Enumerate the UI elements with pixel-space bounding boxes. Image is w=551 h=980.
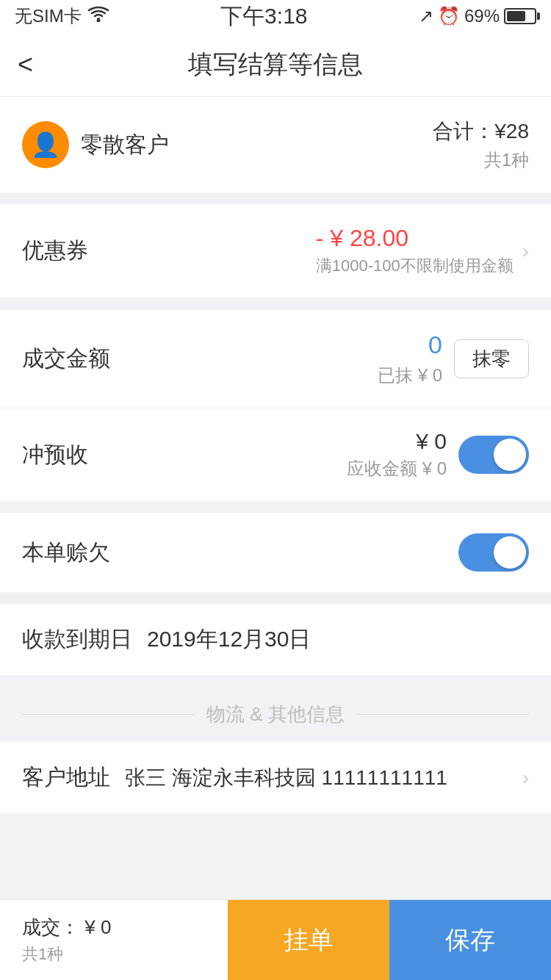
wifi-icon — [87, 6, 109, 26]
address-chevron-icon: › — [522, 766, 529, 790]
carrier-text: 无SIM卡 — [15, 4, 82, 28]
bottom-count: 共1种 — [22, 943, 206, 965]
status-time: 下午3:18 — [220, 1, 307, 32]
round-button[interactable]: 抹零 — [454, 339, 529, 378]
total-amount: 合计：¥28 — [433, 118, 529, 145]
status-bar: 无SIM卡 下午3:18 ↗ ⏰ 69% — [0, 0, 551, 32]
save-button[interactable]: 保存 — [389, 900, 551, 981]
bottom-bar: 成交： ¥ 0 共1种 挂单 保存 — [0, 899, 551, 980]
transaction-row: 成交金额 0 已抹 ¥ 0 抹零 — [0, 310, 551, 408]
transaction-sub-wrap: 0 已抹 ¥ 0 — [378, 331, 442, 387]
coupon-amount: - ¥ 28.00 — [316, 225, 514, 252]
status-left: 无SIM卡 — [15, 4, 109, 28]
customer-left: 👤 零散客户 — [22, 121, 169, 168]
content: 👤 零散客户 合计：¥28 共1种 优惠券 - ¥ 28.00 满1000-10… — [0, 97, 551, 901]
duedate-label: 收款到期日 — [22, 624, 132, 655]
transaction-value: 0 — [378, 331, 442, 359]
prepay-main: ¥ 0 — [347, 429, 447, 454]
battery-icon — [504, 8, 536, 24]
duedate-row: 收款到期日 2019年12月30日 — [0, 604, 551, 675]
debt-toggle[interactable] — [458, 533, 529, 572]
debt-toggle-thumb — [494, 536, 526, 569]
prepay-row: 冲预收 ¥ 0 应收金额 ¥ 0 — [0, 408, 551, 501]
location-icon: ↗ — [419, 6, 433, 26]
chevron-right-icon: › — [522, 239, 529, 263]
bottom-deal-line: 成交： ¥ 0 — [22, 915, 206, 940]
avatar-icon: 👤 — [31, 131, 60, 159]
address-row[interactable]: 客户地址 张三 海淀永丰科技园 11111111111 › — [0, 742, 551, 813]
prepay-toggle[interactable] — [458, 436, 529, 474]
battery-percent: 69% — [464, 6, 500, 26]
customer-name: 零散客户 — [81, 130, 169, 160]
logistics-label: 物流 & 其他信息 — [22, 702, 529, 727]
coupon-desc: 满1000-100不限制使用金额 — [316, 255, 514, 277]
customer-right: 合计：¥28 共1种 — [433, 118, 529, 172]
nav-bar: < 填写结算等信息 — [0, 32, 551, 97]
address-chevron: › — [522, 766, 529, 790]
coupon-right: - ¥ 28.00 满1000-100不限制使用金额 › — [316, 225, 529, 277]
customer-avatar: 👤 — [22, 121, 69, 168]
alarm-icon: ⏰ — [438, 6, 460, 26]
bottom-deal-amount: ¥ 0 — [84, 916, 111, 938]
duedate-value: 2019年12月30日 — [147, 624, 311, 655]
transaction-section: 成交金额 0 已抹 ¥ 0 抹零 冲预收 ¥ 0 应收金额 ¥ 0 — [0, 310, 551, 501]
prepay-amounts: ¥ 0 应收金额 ¥ 0 — [347, 429, 447, 480]
toggle-thumb — [494, 439, 526, 471]
debt-section: 本单赊欠 — [0, 513, 551, 592]
page-title: 填写结算等信息 — [188, 48, 363, 82]
transaction-label: 成交金额 — [22, 344, 110, 374]
transaction-sub: 已抹 ¥ 0 — [378, 364, 442, 387]
transaction-right: 0 已抹 ¥ 0 抹零 — [378, 331, 529, 387]
coupon-label: 优惠券 — [22, 236, 88, 266]
debt-label: 本单赊欠 — [22, 538, 110, 568]
coupon-section: 优惠券 - ¥ 28.00 满1000-100不限制使用金额 › — [0, 204, 551, 298]
address-label: 客户地址 — [22, 763, 110, 793]
total-count: 共1种 — [433, 148, 529, 172]
status-right: ↗ ⏰ 69% — [419, 6, 536, 26]
prepay-label: 冲预收 — [22, 440, 88, 470]
coupon-info: - ¥ 28.00 满1000-100不限制使用金额 — [316, 225, 514, 277]
prepay-sub: 应收金额 ¥ 0 — [347, 457, 447, 480]
back-button[interactable]: < — [18, 49, 33, 80]
pending-button[interactable]: 挂单 — [228, 900, 389, 981]
bottom-summary: 成交： ¥ 0 共1种 — [0, 915, 228, 965]
bottom-deal-label: 成交： — [22, 916, 79, 938]
logistics-section: 物流 & 其他信息 — [0, 687, 551, 742]
prepay-right: ¥ 0 应收金额 ¥ 0 — [347, 429, 529, 480]
coupon-row[interactable]: 优惠券 - ¥ 28.00 满1000-100不限制使用金额 › — [0, 204, 551, 298]
address-value: 张三 海淀永丰科技园 11111111111 — [125, 764, 522, 792]
customer-row: 👤 零散客户 合计：¥28 共1种 — [0, 97, 551, 192]
